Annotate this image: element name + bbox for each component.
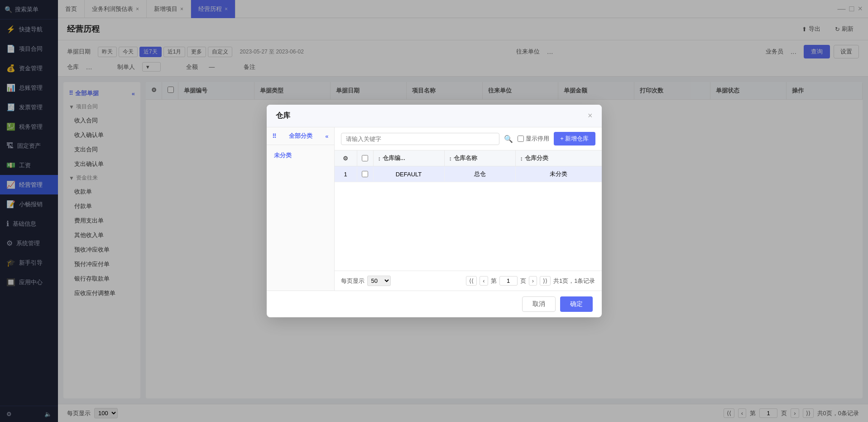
all-category-icon: ⠿ — [272, 133, 277, 140]
modal-total-label: 共1页，1条记录 — [553, 277, 595, 285]
show-disabled-checkbox[interactable] — [518, 136, 524, 142]
warehouse-modal: 仓库 × ⠿ 全部分类 « 未分类 — [267, 105, 602, 317]
all-category-label: 全部分类 — [289, 132, 312, 140]
show-disabled-label: 显示停用 — [526, 135, 549, 143]
modal-footer: 每页显示 50 100 200 ⟨⟨ ‹ 第 页 › — [335, 271, 602, 291]
modal-category-header: ⠿ 全部分类 « — [267, 127, 334, 145]
modal-search-input[interactable] — [341, 133, 500, 145]
modal-close-button[interactable]: × — [588, 111, 593, 121]
name-header-label: 仓库名称 — [454, 154, 477, 162]
modal-td-checkbox[interactable] — [357, 167, 374, 181]
modal-td-code: DEFAULT — [374, 167, 445, 181]
modal-title: 仓库 — [276, 111, 290, 121]
modal-page-num-label: 第 — [491, 277, 497, 285]
modal-left-scroll: 未分类 — [267, 145, 334, 291]
modal-next-page-btn[interactable]: › — [529, 276, 537, 286]
modal-td-name: 总仓 — [445, 166, 516, 182]
modal-th-name[interactable]: ↕ 仓库名称 — [445, 150, 516, 166]
modal-overlay: 仓库 × ⠿ 全部分类 « 未分类 — [0, 0, 868, 422]
modal-table: ⚙ ↕ 仓库编... ↕ 仓库名称 ↕ — [335, 150, 602, 271]
modal-right-panel: 🔍 显示停用 + 新增仓库 ⚙ ↕ — [335, 127, 602, 291]
modal-page-label: 页 — [520, 277, 526, 285]
modal-select-all-checkbox[interactable] — [362, 155, 368, 161]
modal-pagination: ⟨⟨ ‹ 第 页 › ⟩⟩ 共1页，1条记录 — [466, 276, 595, 286]
show-disabled-checkbox-label[interactable]: 显示停用 — [518, 135, 549, 143]
modal-header: 仓库 × — [267, 105, 602, 127]
row-checkbox[interactable] — [362, 171, 368, 177]
modal-th-checkbox[interactable] — [357, 150, 374, 166]
modal-td-category: 未分类 — [516, 166, 602, 182]
uncategorized-label: 未分类 — [274, 152, 292, 159]
modal-per-page-select[interactable]: 50 100 200 — [367, 276, 391, 286]
sort-icon: ↕ — [378, 155, 381, 162]
modal-prev-page-btn[interactable]: ‹ — [480, 276, 488, 286]
confirm-button[interactable]: 确定 — [560, 296, 593, 312]
modal-th-category[interactable]: ↕ 仓库分类 — [516, 150, 602, 166]
modal-table-header: ⚙ ↕ 仓库编... ↕ 仓库名称 ↕ — [335, 150, 602, 166]
modal-search-bar: 🔍 显示停用 + 新增仓库 — [335, 127, 602, 150]
modal-collapse-icon[interactable]: « — [325, 133, 328, 140]
modal-th-code[interactable]: ↕ 仓库编... — [374, 150, 445, 166]
modal-left-panel: ⠿ 全部分类 « 未分类 — [267, 127, 335, 291]
table-row[interactable]: 1 DEFAULT 总仓 未分类 — [335, 166, 602, 182]
cancel-button[interactable]: 取消 — [522, 296, 556, 312]
sort-icon-2: ↕ — [449, 155, 452, 162]
modal-actions: 取消 确定 — [267, 291, 602, 317]
modal-per-page-label: 每页显示 — [341, 277, 364, 285]
sort-icon-3: ↕ — [520, 155, 523, 162]
modal-category-uncategorized[interactable]: 未分类 — [267, 147, 334, 164]
cat-header-label: 仓库分类 — [525, 154, 548, 162]
code-header-label: 仓库编... — [383, 154, 405, 162]
modal-th-settings[interactable]: ⚙ — [335, 150, 357, 166]
modal-td-num: 1 — [335, 167, 357, 181]
modal-last-page-btn[interactable]: ⟩⟩ — [540, 276, 551, 286]
modal-page-input[interactable] — [499, 276, 518, 286]
add-warehouse-button[interactable]: + 新增仓库 — [554, 132, 595, 146]
modal-first-page-btn[interactable]: ⟨⟨ — [466, 276, 477, 286]
modal-search-button[interactable]: 🔍 — [504, 135, 513, 143]
modal-body: ⠿ 全部分类 « 未分类 🔍 — [267, 127, 602, 291]
